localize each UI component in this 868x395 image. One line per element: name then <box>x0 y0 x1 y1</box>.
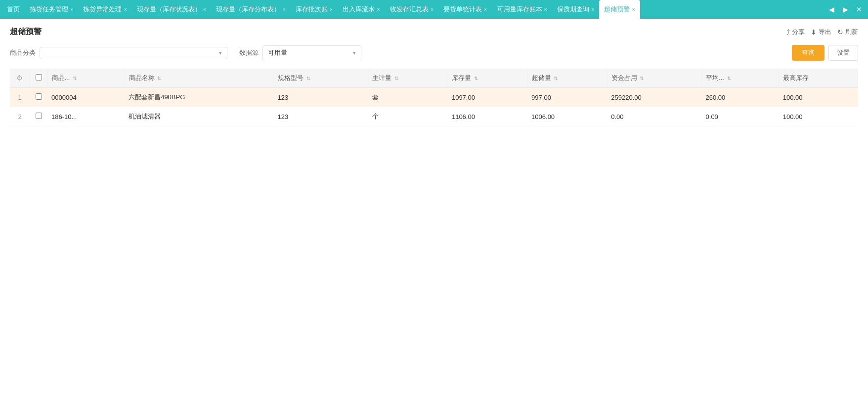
nav-item-order-stats[interactable]: 要货单统计表 × <box>438 0 492 19</box>
col-stock: 库存量 ⇅ <box>448 69 527 88</box>
row-checkbox-cell-0 <box>30 88 47 107</box>
col-stock-label: 库存量 ⇅ <box>452 74 478 81</box>
settings-button[interactable]: 设置 <box>828 45 858 61</box>
row-checkbox-1[interactable] <box>36 113 42 119</box>
row-overstock-1: 1006.00 <box>527 107 607 126</box>
data-source-value: 可用量 <box>268 48 287 57</box>
refresh-icon: ↻ <box>837 28 843 36</box>
filter-bar: 商品分类 ▾ 数据源 可用量 ▾ 查询 设置 <box>10 45 858 61</box>
data-source-select[interactable]: 可用量 ▾ <box>262 45 361 60</box>
nav-item-home[interactable]: 首页 <box>2 0 25 19</box>
refresh-button[interactable]: ↻ 刷新 <box>837 28 858 37</box>
col-product-code: 商品... ⇅ <box>47 69 125 88</box>
top-nav: 首页拣货任务管理 ×拣货异常处理 ×现存量（库存状况表） ×现存量（库存分布表）… <box>0 0 868 19</box>
nav-item-quality-check[interactable]: 保质期查询 × <box>552 0 599 19</box>
nav-item-overstock-warning[interactable]: 超储预警 × <box>599 0 640 19</box>
col-overstock-label: 超储量 ⇅ <box>532 74 558 81</box>
nav-close-abnormal[interactable]: × <box>124 6 127 12</box>
data-source-filter: 数据源 可用量 ▾ <box>239 45 361 60</box>
row-max-stock-0: 100.00 <box>779 88 858 107</box>
export-icon: ⬇ <box>811 28 817 36</box>
nav-right-arrow[interactable]: ▶ <box>838 0 852 19</box>
row-product-name-1: 机油滤清器 <box>125 107 273 126</box>
row-product-code-1: 186-10... <box>47 107 125 126</box>
data-source-chevron: ▾ <box>353 50 356 56</box>
col-avg: 平均... ⇅ <box>702 69 779 88</box>
filter-actions: 查询 设置 <box>792 45 858 61</box>
row-stock-0: 1097.00 <box>448 88 527 107</box>
table-row: 2 186-10... 机油滤清器 123 个 1106.00 1006.00 … <box>10 107 858 126</box>
col-gear: ⚙ <box>10 69 30 88</box>
nav-close-inventory-dist[interactable]: × <box>282 6 285 12</box>
page-title: 超储预警 <box>10 27 42 37</box>
table-body: 1 0000004 六配套新昌490BPG 123 套 1097.00 997.… <box>10 88 858 126</box>
share-icon: ⤴ <box>786 28 790 36</box>
nav-item-inventory-status[interactable]: 现存量（库存状况表） × <box>132 0 211 19</box>
export-button[interactable]: ⬇ 导出 <box>811 28 831 37</box>
row-num-1: 2 <box>10 107 30 126</box>
nav-item-abnormal[interactable]: 拣货异常处理 × <box>78 0 131 19</box>
row-unit-0: 套 <box>368 88 448 107</box>
nav-item-available-account[interactable]: 可用量库存账本 × <box>492 0 552 19</box>
nav-close-quality-check[interactable]: × <box>591 6 594 12</box>
row-overstock-0: 997.00 <box>527 88 607 107</box>
nav-item-inventory-dist[interactable]: 现存量（库存分布表） × <box>211 0 290 19</box>
row-avg-0: 260.00 <box>702 88 779 107</box>
table-wrap: ⚙ 商品... ⇅ 商品名称 ⇅ 规格型号 <box>10 69 858 126</box>
header-actions: ⤴ 分享 ⬇ 导出 ↻ 刷新 <box>786 28 858 37</box>
row-checkbox-cell-1 <box>30 107 47 126</box>
row-product-code-0: 0000004 <box>47 88 125 107</box>
row-spec-1: 123 <box>273 107 368 126</box>
settings-gear-icon[interactable]: ⚙ <box>16 74 23 82</box>
nav-close-overstock-warning[interactable]: × <box>632 6 635 12</box>
row-max-stock-1: 100.00 <box>779 107 858 126</box>
nav-item-batch-account[interactable]: 库存批次账 × <box>291 0 338 19</box>
nav-close-batch-account[interactable]: × <box>330 6 333 12</box>
data-table: ⚙ 商品... ⇅ 商品名称 ⇅ 规格型号 <box>10 69 858 126</box>
select-all-checkbox[interactable] <box>36 74 42 80</box>
col-spec: 规格型号 ⇅ <box>273 69 368 88</box>
col-avg-label: 平均... ⇅ <box>706 74 731 81</box>
nav-close-inventory-status[interactable]: × <box>203 6 206 12</box>
nav-close-inout-flow[interactable]: × <box>377 6 380 12</box>
col-product-name-label: 商品名称 ⇅ <box>129 74 162 81</box>
table-header: ⚙ 商品... ⇅ 商品名称 ⇅ 规格型号 <box>10 69 858 88</box>
page-header: 超储预警 ⤴ 分享 ⬇ 导出 ↻ 刷新 <box>10 27 858 37</box>
nav-item-recv-send[interactable]: 收发存汇总表 × <box>385 0 438 19</box>
share-button[interactable]: ⤴ 分享 <box>786 28 805 37</box>
nav-close-recv-send[interactable]: × <box>431 6 434 12</box>
share-label: 分享 <box>792 28 805 37</box>
nav-close-available-account[interactable]: × <box>544 6 547 12</box>
row-product-name-0: 六配套新昌490BPG <box>125 88 273 107</box>
product-category-label: 商品分类 <box>10 48 36 57</box>
nav-close-task-mgmt[interactable]: × <box>70 6 73 12</box>
nav-item-inout-flow[interactable]: 出入库流水 × <box>338 0 385 19</box>
row-stock-1: 1106.00 <box>448 107 527 126</box>
row-spec-0: 123 <box>273 88 368 107</box>
row-unit-1: 个 <box>368 107 448 126</box>
product-category-filter: 商品分类 ▾ <box>10 47 227 59</box>
col-unit: 主计量 ⇅ <box>368 69 448 88</box>
col-overstock: 超储量 ⇅ <box>527 69 607 88</box>
row-num-0: 1 <box>10 88 30 107</box>
nav-item-task-mgmt[interactable]: 拣货任务管理 × <box>25 0 78 19</box>
page-container: 超储预警 ⤴ 分享 ⬇ 导出 ↻ 刷新 商品分类 ▾ 数据源 <box>0 19 868 395</box>
export-label: 导出 <box>819 28 831 37</box>
refresh-label: 刷新 <box>845 28 858 37</box>
col-capital-label: 资金占用 ⇅ <box>611 74 644 81</box>
data-source-label: 数据源 <box>239 48 259 57</box>
col-checkbox <box>30 69 47 88</box>
product-category-select[interactable]: ▾ <box>40 47 227 59</box>
query-button[interactable]: 查询 <box>792 45 825 61</box>
nav-left-arrow[interactable]: ◀ <box>825 0 838 19</box>
col-capital: 资金占用 ⇅ <box>607 69 701 88</box>
row-avg-1: 0.00 <box>702 107 779 126</box>
col-unit-label: 主计量 ⇅ <box>372 74 398 81</box>
table-row: 1 0000004 六配套新昌490BPG 123 套 1097.00 997.… <box>10 88 858 107</box>
col-spec-label: 规格型号 ⇅ <box>278 74 310 81</box>
row-capital-0: 259220.00 <box>607 88 701 107</box>
row-checkbox-0[interactable] <box>36 93 42 100</box>
row-capital-1: 0.00 <box>607 107 701 126</box>
nav-close-arrow[interactable]: ✕ <box>852 0 866 19</box>
nav-close-order-stats[interactable]: × <box>484 6 487 12</box>
